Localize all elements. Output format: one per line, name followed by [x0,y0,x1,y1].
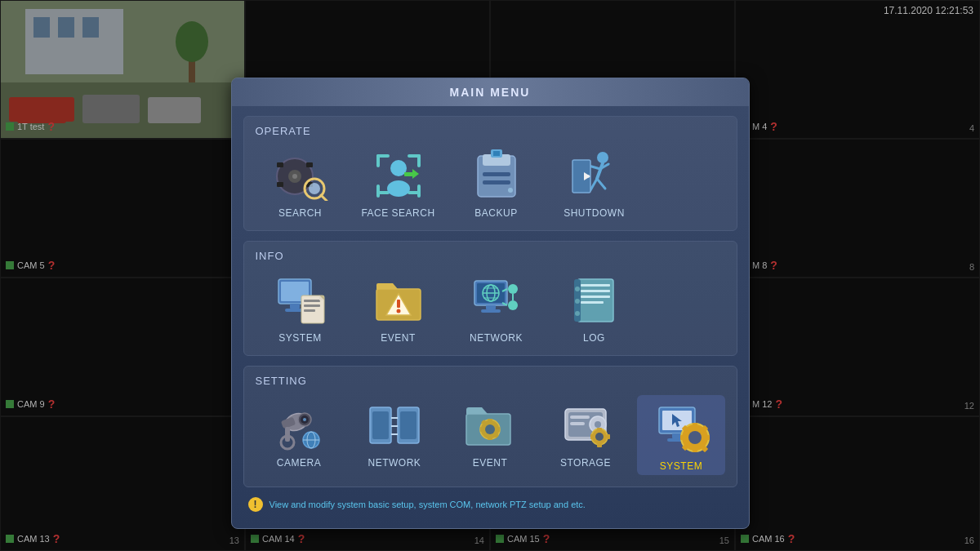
hint-text: View and modify system basic setup, syst… [270,500,586,509]
system-info-menu-item[interactable]: SYSTEM [256,270,345,344]
svg-rect-135 [705,435,710,440]
svg-rect-123 [590,434,594,439]
svg-rect-52 [290,304,300,309]
svg-rect-100 [400,411,416,439]
hint-icon: ! [248,497,263,512]
svg-point-40 [508,188,513,193]
svg-rect-82 [581,301,604,304]
operate-items-row: SEARCH [256,145,725,219]
storage-setting-label: STORAGE [560,457,611,469]
camera-setting-menu-item[interactable]: CAMERA [256,395,343,469]
svg-rect-98 [372,411,389,439]
svg-rect-132 [693,423,697,428]
info-items-row: SYSTEM EV [256,270,725,344]
svg-rect-118 [570,422,585,425]
log-info-label: LOG [583,332,605,344]
system-setting-label: SYSTEM [660,460,702,472]
svg-point-74 [508,300,518,310]
svg-rect-122 [597,444,602,447]
storage-setting-menu-item[interactable]: STORAGE [541,395,629,469]
system-setting-icon-box [648,398,714,455]
shutdown-icon-box [562,145,627,202]
backup-menu-item[interactable]: BACKUP [452,145,541,219]
search-label: SEARCH [278,207,322,219]
camera-setting-label: CAMERA [277,457,321,469]
search-menu-item[interactable]: SEARCH [256,145,345,219]
svg-point-116 [595,421,601,428]
svg-rect-55 [304,300,320,302]
event-setting-menu-item[interactable]: EVENT [446,395,533,469]
info-label: INFO [256,250,725,262]
svg-rect-133 [693,447,697,452]
svg-rect-28 [417,184,421,198]
svg-rect-38 [483,172,510,176]
storage-setting-icon-box [553,395,618,452]
system-setting-menu-item[interactable]: SYSTEM [637,395,724,475]
backup-icon-box [464,145,529,202]
svg-rect-36 [493,151,497,156]
setting-label: SETTING [256,375,725,387]
shutdown-menu-item[interactable]: SHUTDOWN [550,145,639,219]
svg-point-91 [303,418,306,421]
svg-point-41 [597,152,608,163]
svg-point-84 [575,287,580,291]
network-info-icon-box [464,270,529,327]
svg-point-131 [688,431,702,444]
face-search-menu-item[interactable]: FACE SEARCH [354,145,443,219]
svg-rect-62 [397,300,400,308]
svg-rect-81 [581,295,610,298]
svg-rect-124 [607,434,610,439]
svg-rect-15 [306,162,313,167]
svg-rect-26 [376,184,380,198]
svg-rect-16 [277,182,283,187]
svg-rect-22 [376,154,380,167]
svg-rect-32 [404,172,414,176]
event-setting-icon-box [457,395,523,452]
network-setting-label: NETWORK [368,457,421,469]
svg-point-13 [292,174,297,179]
svg-rect-71 [486,305,496,309]
log-info-menu-item[interactable]: LOG [550,270,639,344]
network-info-menu-item[interactable]: NETWORK [452,270,541,344]
svg-rect-24 [417,154,421,167]
setting-items-row: CAMERA [256,395,725,475]
svg-line-46 [597,179,605,189]
event-info-menu-item[interactable]: EVENT [354,270,443,344]
svg-point-106 [485,424,495,434]
svg-rect-110 [496,427,500,432]
event-info-label: EVENT [381,332,416,344]
face-search-label: FACE SEARCH [361,207,434,219]
svg-line-20 [321,195,327,201]
search-icon-box [268,145,333,202]
svg-rect-56 [304,304,320,307]
svg-rect-79 [581,284,610,287]
event-setting-label: EVENT [473,457,508,469]
svg-rect-108 [488,436,492,440]
backup-label: BACKUP [474,207,517,219]
network-setting-icon-box [362,395,427,452]
svg-rect-107 [488,419,492,423]
svg-rect-72 [481,309,501,313]
svg-rect-121 [597,428,602,431]
svg-line-45 [590,179,597,190]
svg-point-85 [575,299,580,304]
svg-point-30 [387,180,410,197]
face-search-icon-box [366,145,431,202]
svg-line-42 [597,163,603,179]
system-info-icon-box [268,270,333,327]
system-info-label: SYSTEM [278,332,321,344]
svg-rect-117 [570,415,590,419]
svg-rect-39 [483,180,510,184]
svg-point-19 [309,183,320,194]
menu-title: MAIN MENU [450,86,531,99]
svg-point-63 [396,309,400,313]
main-menu: MAIN MENU OPERATE [231,78,750,529]
svg-rect-92 [285,427,290,442]
event-info-icon-box [366,270,431,327]
operate-section: OPERATE [243,116,737,231]
modal-overlay: MAIN MENU OPERATE [0,0,980,551]
camera-setting-icon-box [266,395,332,452]
svg-rect-80 [581,290,610,292]
info-section: INFO [243,241,737,356]
network-setting-menu-item[interactable]: NETWORK [350,395,438,469]
